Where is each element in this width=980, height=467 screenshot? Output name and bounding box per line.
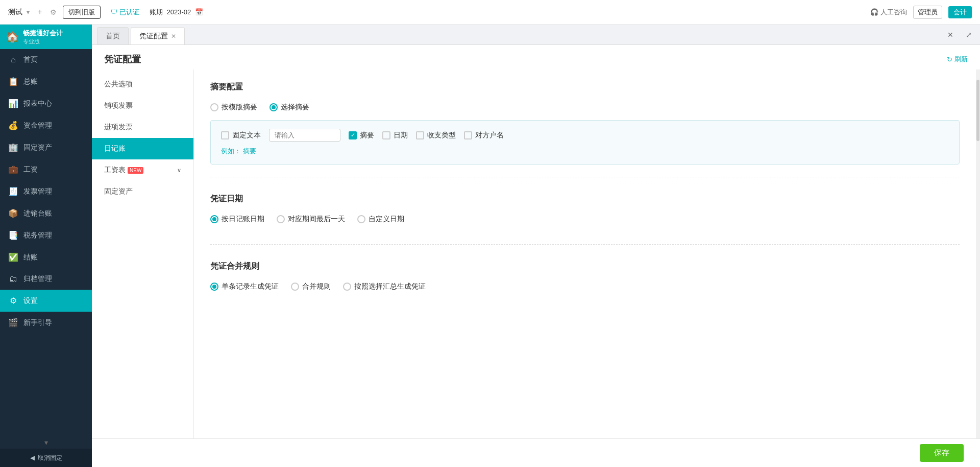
left-nav-fixed-assets[interactable]: 固定资产	[92, 181, 193, 202]
sidebar-label-settlement: 结账	[23, 253, 38, 262]
radio-journal-date-label: 按日记账日期	[222, 215, 264, 224]
sidebar-item-funds[interactable]: 💰 资金管理	[0, 114, 92, 136]
tabs-bar: 首页 凭证配置 ✕ ✕ ⤢	[92, 25, 980, 45]
headset-icon: 🎧	[870, 8, 878, 16]
radio-template-label: 按模版摘要	[222, 103, 257, 112]
role-badge[interactable]: 会计	[948, 6, 972, 18]
reports-icon: 📊	[8, 99, 18, 108]
tab-voucher-config-label: 凭证配置	[139, 32, 168, 41]
settings-icon: ⚙	[8, 296, 18, 306]
radio-select-summary[interactable]: 选择摘要	[270, 103, 309, 112]
sidebar-label-home: 首页	[23, 55, 38, 64]
merge-section: 凭证合并规则 单条记录生成凭证 合并规则	[210, 261, 960, 312]
radio-single-record[interactable]: 单条记录生成凭证	[210, 282, 279, 291]
logo-icon: 🏠	[6, 31, 19, 43]
radio-template-circle	[210, 103, 218, 111]
sidebar-item-assets[interactable]: 🏢 固定资产	[0, 136, 92, 158]
fixed-text-input[interactable]	[269, 129, 340, 142]
left-nav-payroll-table-label: 工资表 NEW	[104, 166, 143, 175]
save-button[interactable]: 保存	[920, 444, 964, 462]
inner-layout: 公共选项 销项发票 进项发票 日记账 工资表	[92, 69, 980, 438]
date-radio-group: 按日记账日期 对应期间最后一天 自定义日期	[210, 215, 960, 224]
example-text: 例如： 摘要	[221, 147, 949, 156]
radio-single-record-circle	[210, 283, 218, 291]
left-nav-public[interactable]: 公共选项	[92, 74, 193, 95]
summary-row: 固定文本 ✓ 摘要 日期	[221, 129, 949, 142]
radio-merge-rule-circle	[291, 283, 299, 291]
left-nav-payroll-table[interactable]: 工资表 NEW ∨	[92, 159, 193, 181]
settlement-icon: ✅	[8, 252, 18, 262]
summary-options-box: 固定文本 ✓ 摘要 日期	[210, 120, 960, 165]
old-version-button[interactable]: 切到旧版	[63, 6, 101, 19]
sidebar-item-settlement[interactable]: ✅ 结账	[0, 246, 92, 268]
top-bar: 测试 ▾ ＋ ⚙ 切到旧版 🛡 已认证 账期 2023-02 📅 🎧 人工咨询 …	[0, 0, 980, 25]
left-nav-purchase-invoice[interactable]: 进项发票	[92, 116, 193, 138]
window-controls: ✕ ⤢	[939, 25, 980, 45]
left-nav-journal[interactable]: 日记账	[92, 138, 193, 159]
tab-close-icon[interactable]: ✕	[171, 33, 176, 40]
date-section-title: 凭证日期	[210, 194, 960, 204]
tab-voucher-config[interactable]: 凭证配置 ✕	[131, 27, 185, 44]
merge-radio-group: 单条记录生成凭证 合并规则 按照选择汇总生成凭证	[210, 282, 960, 291]
sidebar-item-reports[interactable]: 📊 报表中心	[0, 92, 92, 114]
tab-home[interactable]: 首页	[97, 27, 129, 44]
checkbox-date[interactable]: 日期	[382, 131, 408, 140]
close-window-button[interactable]: ✕	[943, 28, 958, 42]
right-scrollbar[interactable]	[976, 69, 980, 438]
sidebar-item-payroll[interactable]: 💼 工资	[0, 158, 92, 180]
refresh-button[interactable]: ↻ 刷新	[947, 55, 968, 64]
sidebar-label-archive: 归档管理	[23, 274, 52, 284]
checkbox-income-type[interactable]: 收支类型	[416, 131, 456, 140]
checkbox-income-type-label: 收支类型	[427, 131, 456, 140]
new-badge: NEW	[128, 167, 143, 174]
sidebar-item-tax[interactable]: 📑 税务管理	[0, 224, 92, 246]
sidebar-item-settings[interactable]: ⚙ 设置	[0, 290, 92, 312]
left-nav-sales-invoice[interactable]: 销项发票	[92, 95, 193, 116]
top-bar-left: 测试 ▾ ＋ ⚙ 切到旧版 🛡 已认证 账期 2023-02 📅	[8, 6, 203, 19]
add-icon[interactable]: ＋	[34, 7, 46, 17]
checkbox-summary[interactable]: ✓ 摘要	[349, 131, 374, 140]
checkbox-counterpart[interactable]: 对方户名	[464, 131, 504, 140]
radio-custom-date-label: 自定义日期	[369, 215, 404, 224]
scrollbar-thumb	[976, 80, 979, 141]
summary-radio-group: 按模版摘要 选择摘要	[210, 103, 960, 112]
archive-icon: 🗂	[8, 274, 18, 284]
radio-single-record-label: 单条记录生成凭证	[222, 282, 279, 291]
radio-select-circle	[270, 103, 278, 111]
sidebar-scroll-down-arrow[interactable]: ▾	[0, 436, 92, 449]
checkbox-income-type-box	[416, 131, 424, 139]
left-nav-sales-invoice-label: 销项发票	[104, 101, 133, 110]
sidebar-item-archive[interactable]: 🗂 归档管理	[0, 268, 92, 290]
cancel-pin-label: 取消固定	[38, 454, 62, 462]
sidebar-item-purchase-sales[interactable]: 📦 进销台账	[0, 202, 92, 224]
sidebar-label-assets: 固定资产	[23, 143, 52, 152]
merge-section-title: 凭证合并规则	[210, 261, 960, 272]
sidebar-item-home[interactable]: ⌂ 首页	[0, 49, 92, 71]
sidebar-item-invoices[interactable]: 🧾 发票管理	[0, 180, 92, 202]
sidebar-item-ledger[interactable]: 📋 总账	[0, 71, 92, 92]
radio-journal-date[interactable]: 按日记账日期	[210, 215, 264, 224]
tab-home-label: 首页	[106, 32, 120, 41]
radio-merge-rule[interactable]: 合并规则	[291, 282, 331, 291]
calendar-icon[interactable]: 📅	[195, 8, 203, 16]
sidebar-item-newbie[interactable]: 🎬 新手引导	[0, 312, 92, 334]
certified-status: 🛡 已认证	[111, 8, 139, 17]
expand-window-button[interactable]: ⤢	[962, 28, 976, 42]
consult-button[interactable]: 🎧 人工咨询	[870, 8, 907, 17]
radio-template-summary[interactable]: 按模版摘要	[210, 103, 257, 112]
gear-icon[interactable]: ⚙	[50, 8, 57, 16]
pin-icon: ◀	[30, 454, 35, 461]
manager-button[interactable]: 管理员	[913, 6, 942, 19]
ledger-icon: 📋	[8, 77, 18, 86]
main-layout: 🏠 畅捷通好会计 专业版 ⌂ 首页 📋 总账 📊 报表中心 💰 资金管理	[0, 25, 980, 467]
purchase-sales-icon: 📦	[8, 208, 18, 218]
checkbox-fixed-text[interactable]: 固定文本	[221, 131, 261, 140]
dropdown-arrow-icon[interactable]: ▾	[27, 9, 30, 16]
left-nav-purchase-invoice-label: 进项发票	[104, 123, 133, 132]
tax-icon: 📑	[8, 230, 18, 240]
cancel-pin-button[interactable]: ◀ 取消固定	[0, 449, 92, 467]
radio-period-last[interactable]: 对应期间最后一天	[277, 215, 345, 224]
radio-select-summary-merge[interactable]: 按照选择汇总生成凭证	[343, 282, 426, 291]
radio-custom-date[interactable]: 自定义日期	[357, 215, 404, 224]
left-nav: 公共选项 销项发票 进项发票 日记账 工资表	[92, 69, 194, 438]
